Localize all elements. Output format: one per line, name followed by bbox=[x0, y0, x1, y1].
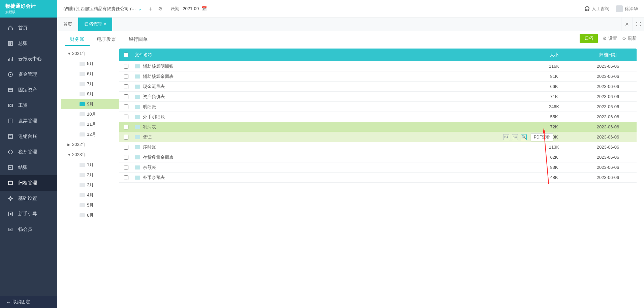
refresh-link[interactable]: ⟳ 刷新 bbox=[622, 35, 637, 41]
row-name: 存货数量余额表 bbox=[143, 154, 174, 160]
table-row[interactable]: 存货数量余额表62K2023-06-06 bbox=[119, 152, 637, 162]
caret-icon: ▶ bbox=[67, 143, 72, 147]
company-dropdown-icon[interactable]: ⌄ bbox=[138, 6, 142, 11]
subtab[interactable]: 银行回单 bbox=[123, 33, 153, 46]
nav-item-archive[interactable]: 归档管理 bbox=[0, 175, 57, 191]
download-excel-icon[interactable]: x⬇ bbox=[503, 134, 509, 140]
row-checkbox[interactable] bbox=[124, 84, 128, 89]
company-settings-button[interactable]: ⚙ bbox=[158, 6, 162, 12]
tree-month-node[interactable]: 11月 bbox=[61, 119, 119, 129]
unpin-button[interactable]: ↔ 取消固定 bbox=[0, 296, 57, 308]
row-checkbox-cell bbox=[119, 64, 133, 69]
row-checkbox[interactable] bbox=[124, 64, 128, 69]
table-body: 辅助核算明细账116K2023-06-06辅助核算余额表81K2023-06-0… bbox=[119, 61, 637, 183]
svg-rect-3 bbox=[8, 104, 12, 107]
folder-icon bbox=[80, 193, 85, 197]
tree-month-node[interactable]: 7月 bbox=[61, 79, 119, 89]
row-checkbox[interactable] bbox=[124, 94, 128, 99]
nav-item-home[interactable]: 首页 bbox=[0, 20, 57, 36]
tree-year-label: 2021年 bbox=[72, 51, 86, 57]
tab-close-all-button[interactable]: ✕ bbox=[621, 18, 633, 31]
subtab[interactable]: 财务账 bbox=[65, 33, 90, 46]
tree-year-node[interactable]: ▶2022年 bbox=[61, 140, 119, 150]
row-date: 2023-06-06 bbox=[579, 84, 637, 89]
nav-item-ledger[interactable]: 总账 bbox=[0, 36, 57, 51]
select-all-checkbox[interactable] bbox=[124, 53, 128, 57]
row-checkbox[interactable] bbox=[124, 125, 128, 129]
period-value[interactable]: 2021-09 bbox=[183, 6, 199, 11]
row-checkbox[interactable] bbox=[124, 175, 128, 180]
calendar-icon[interactable]: 📅 bbox=[202, 6, 207, 11]
nav-item-report[interactable]: 云报表中心 bbox=[0, 51, 57, 67]
row-checkbox[interactable] bbox=[124, 115, 128, 119]
subtab[interactable]: 电子发票 bbox=[92, 33, 121, 46]
pdf-preview-icon[interactable]: 🔍 bbox=[521, 134, 527, 140]
tree-month-node[interactable]: 6月 bbox=[61, 210, 119, 220]
settings-link[interactable]: ⚙ 设置 bbox=[603, 35, 617, 41]
table-row[interactable]: 现金流量表66K2023-06-06 bbox=[119, 82, 637, 92]
folder-icon bbox=[80, 112, 85, 116]
tab-close-icon[interactable]: × bbox=[104, 22, 106, 27]
user-menu[interactable]: 徐泽华 bbox=[616, 5, 638, 12]
table-row[interactable]: 外币明细账55K2023-06-06 bbox=[119, 112, 637, 122]
row-checkbox[interactable] bbox=[124, 135, 128, 140]
table-row[interactable]: 辅助核算明细账116K2023-06-06 bbox=[119, 61, 637, 71]
row-date: 2023-06-06 bbox=[579, 94, 637, 99]
tab-fullscreen-button[interactable]: ⛶ bbox=[633, 18, 644, 31]
tree-month-node[interactable]: 2月 bbox=[61, 170, 119, 180]
tree-month-node[interactable]: 9月 bbox=[61, 99, 119, 109]
nav-item-settings[interactable]: 基础设置 bbox=[0, 191, 57, 206]
tree-month-label: 12月 bbox=[87, 131, 96, 137]
tree-month-node[interactable]: 12月 bbox=[61, 129, 119, 140]
main-split: ▼2021年5月6月7月8月9月10月11月12月▶2022年▼2023年1月2… bbox=[57, 46, 644, 308]
nav-item-inout[interactable]: 进销台账 bbox=[0, 129, 57, 144]
row-checkbox[interactable] bbox=[124, 74, 128, 79]
refresh-icon: ⟳ bbox=[622, 36, 626, 41]
consult-button[interactable]: 🎧 人工咨询 bbox=[584, 6, 609, 12]
tree-year-node[interactable]: ▼2023年 bbox=[61, 150, 119, 160]
page-tab[interactable]: 归档管理× bbox=[78, 18, 112, 31]
gear-icon: ⚙ bbox=[603, 36, 607, 41]
add-company-button[interactable]: ＋ bbox=[147, 5, 153, 13]
sub-toolbar: 财务账电子发票银行回单 归档 ⚙ 设置 ⟳ 刷新 bbox=[57, 31, 644, 46]
table-row[interactable]: 辅助核算余额表81K2023-06-06 bbox=[119, 71, 637, 82]
row-checkbox[interactable] bbox=[124, 104, 128, 109]
tree-month-node[interactable]: 4月 bbox=[61, 190, 119, 200]
nav-item-member[interactable]: 畅会员 bbox=[0, 222, 57, 237]
nav-item-close[interactable]: 结账 bbox=[0, 160, 57, 175]
table-row[interactable]: 余额表83K2023-06-06 bbox=[119, 162, 637, 173]
tree-month-node[interactable]: 8月 bbox=[61, 89, 119, 99]
table-row[interactable]: 资产负债表71K2023-06-06 bbox=[119, 92, 637, 102]
table-row[interactable]: 明细账246K2023-06-06 bbox=[119, 102, 637, 112]
row-checkbox-cell bbox=[119, 115, 133, 119]
table-row[interactable]: 序时账113K2023-06-06 bbox=[119, 142, 637, 152]
tree-month-node[interactable]: 1月 bbox=[61, 160, 119, 170]
header-size: 大小 bbox=[529, 52, 579, 58]
nav-item-tax[interactable]: 税务管理 bbox=[0, 144, 57, 160]
folder-icon bbox=[80, 132, 85, 136]
table-row[interactable]: 凭证53K2023-06-06x⬇p⬇🔍PDF查看 bbox=[119, 132, 637, 142]
table-header: 文件名称 大小 归档日期 bbox=[119, 49, 637, 61]
subtab-list: 财务账电子发票银行回单 bbox=[65, 33, 155, 46]
nav-item-label: 云报表中心 bbox=[18, 56, 42, 62]
nav-item-asset[interactable]: 固定资产 bbox=[0, 82, 57, 98]
tree-month-node[interactable]: 3月 bbox=[61, 180, 119, 190]
row-checkbox[interactable] bbox=[124, 165, 128, 170]
archive-button[interactable]: 归档 bbox=[580, 34, 598, 43]
nav-item-guide[interactable]: 新手引导 bbox=[0, 206, 57, 222]
table-row[interactable]: 外币余额表48K2023-06-06 bbox=[119, 173, 637, 183]
tree-year-node[interactable]: ▼2021年 bbox=[61, 49, 119, 59]
page-tab[interactable]: 首页 bbox=[57, 18, 78, 31]
nav-item-invoice[interactable]: 发票管理 bbox=[0, 113, 57, 129]
tree-month-node[interactable]: 5月 bbox=[61, 200, 119, 210]
row-checkbox[interactable] bbox=[124, 155, 128, 160]
company-selector-label[interactable]: (勿删) 江西服宝精品有限责任公司 (… bbox=[63, 6, 136, 12]
tree-month-node[interactable]: 10月 bbox=[61, 109, 119, 119]
tree-month-node[interactable]: 6月 bbox=[61, 69, 119, 79]
tree-month-node[interactable]: 5月 bbox=[61, 59, 119, 69]
download-pdf-icon[interactable]: p⬇ bbox=[512, 134, 518, 140]
nav-item-fund[interactable]: 资金管理 bbox=[0, 67, 57, 82]
row-checkbox[interactable] bbox=[124, 145, 128, 150]
nav-item-salary[interactable]: 工资 bbox=[0, 98, 57, 113]
table-row[interactable]: 利润表72K2023-06-06 bbox=[119, 122, 637, 132]
